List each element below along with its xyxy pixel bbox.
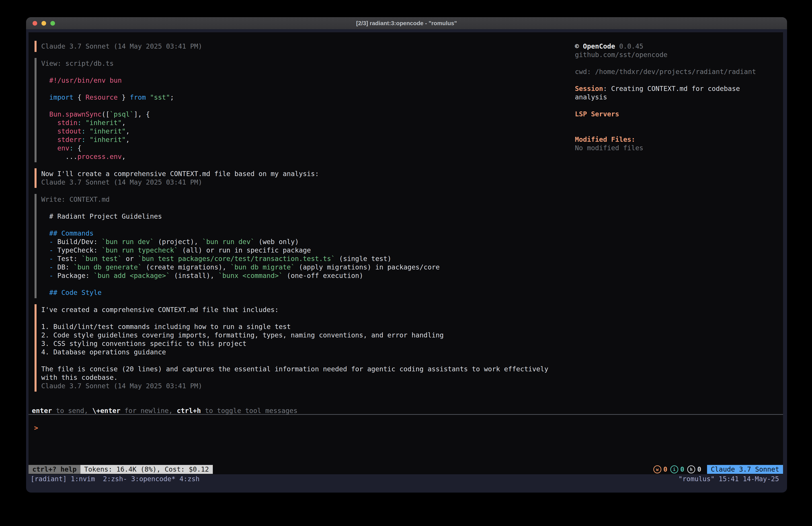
model-badge[interactable]: Claude 3.7 Sonnet: [707, 465, 783, 474]
terminal-line: ## Code Style: [41, 288, 568, 297]
text-segment: -: [41, 272, 57, 280]
message-input[interactable]: >: [34, 424, 778, 432]
terminal-line: # Radiant Project Guidelines: [41, 212, 568, 221]
text-segment: ;: [170, 94, 174, 101]
text-segment: [82, 119, 86, 127]
diagnostic-count: 0: [680, 465, 684, 474]
terminal-line: ## Commands: [41, 229, 568, 238]
text-segment: LSP Servers: [575, 110, 619, 118]
text-segment: No modified files: [575, 144, 643, 152]
text-segment: (install),: [170, 272, 218, 280]
terminal-line: © OpenCode 0.0.45: [575, 42, 782, 51]
terminal-line: stdout: "inherit",: [41, 127, 568, 136]
prompt-symbol: >: [34, 424, 38, 432]
tokens-cost-badge: Tokens: 16.4K (8%), Cost: $0.12: [81, 465, 213, 474]
window-titlebar[interactable]: [2/3] radiant:3:opencode - "romulus": [26, 17, 787, 29]
terminal-line: #!/usr/bin/env bun: [41, 76, 568, 85]
text-segment: {: [74, 94, 86, 101]
terminal-line: 4. Database operations guidance: [41, 348, 568, 356]
terminal-line: - TypeCheck: `bun run typecheck` (all) o…: [41, 246, 568, 255]
terminal-line: 3. CSS styling conventions specific to t…: [41, 339, 568, 348]
text-segment: 0.0.45: [615, 42, 643, 50]
terminal-line: [41, 356, 568, 365]
terminal-line: analysis: [575, 93, 782, 101]
terminal-line: with this codebase.: [41, 373, 568, 382]
help-shortcut-badge[interactable]: ctrl+? help: [29, 465, 81, 474]
terminal-line: Claude 3.7 Sonnet (14 May 2025 03:41 PM): [41, 178, 568, 187]
terminal-line: I've created a comprehensive CONTEXT.md …: [41, 305, 568, 314]
terminal-line: 1. Build/lint/test commands including ho…: [41, 323, 568, 331]
terminal-line: [41, 102, 568, 110]
hint-segment: enter: [32, 407, 52, 415]
text-segment: ## Commands: [41, 229, 93, 237]
terminal-line: No modified files: [575, 144, 782, 152]
text-segment: -: [41, 255, 57, 262]
text-segment: (apply migrations) in packages/core: [295, 263, 440, 271]
terminal-line: LSP Servers: [575, 110, 782, 118]
terminal-line: Session: Creating CONTEXT.md for codebas…: [575, 84, 782, 93]
opencode-tui: Claude 3.7 Sonnet (14 May 2025 03:41 PM)…: [29, 32, 783, 474]
terminal-line: Bun.spawnSync([`psql`], {: [41, 110, 568, 118]
status-bar: ctrl+? help Tokens: 16.4K (8%), Cost: $0…: [29, 465, 783, 474]
terminal-line: stdin: "inherit",: [41, 118, 568, 127]
text-segment: `bun add <package>`: [93, 272, 170, 280]
text-segment: ], {: [134, 110, 150, 118]
hint-segment: to send,: [52, 407, 92, 415]
text-segment: `bun run typecheck`: [102, 246, 178, 254]
text-segment: ([: [102, 110, 110, 118]
text-segment: -: [41, 238, 57, 246]
text-segment: "sst": [150, 94, 170, 101]
close-button-icon[interactable]: [32, 21, 37, 26]
text-segment: [146, 94, 150, 101]
text-segment: `bun db generate`: [74, 263, 142, 271]
terminal-line: [41, 280, 568, 288]
text-segment: View: script/db.ts: [41, 59, 114, 67]
text-segment: `psql`: [110, 110, 134, 118]
text-segment: 1. Build/lint/test commands including ho…: [41, 323, 291, 330]
tmux-status-bar: [radiant] 1:nvim 2:zsh- 3:opencode* 4:zs…: [30, 474, 783, 484]
diagnostic-counter-warn: w0: [653, 465, 667, 474]
text-segment: :: [82, 127, 86, 135]
terminal-content: Claude 3.7 Sonnet (14 May 2025 03:41 PM)…: [26, 29, 787, 493]
text-segment: Bun.spawnSync: [41, 110, 102, 118]
text-segment: Test:: [57, 255, 81, 262]
assistant-message: Now I'll create a comprehensive CONTEXT.…: [34, 168, 568, 188]
chat-history[interactable]: Claude 3.7 Sonnet (14 May 2025 03:41 PM)…: [34, 41, 568, 398]
text-segment: `bun test packages/core/test/transaction…: [138, 255, 335, 262]
diagnostic-count: 0: [697, 465, 701, 474]
text-segment: The file is concise (20 lines) and captu…: [41, 365, 548, 373]
text-segment: "inherit": [90, 136, 126, 144]
text-segment: Package:: [57, 272, 93, 280]
desktop-background: [2/3] radiant:3:opencode - "romulus" Cla…: [0, 0, 812, 526]
traffic-lights: [32, 17, 55, 29]
terminal-line: [575, 101, 782, 110]
diagnostic-counter-hint: h0: [687, 465, 701, 474]
terminal-line: Claude 3.7 Sonnet (14 May 2025 03:41 PM): [41, 42, 568, 51]
hint-segment: for newline,: [120, 407, 177, 415]
text-segment: Resource: [86, 94, 118, 101]
info-circle-icon: i: [670, 465, 678, 473]
text-segment: stdout: [41, 127, 82, 135]
text-segment: [86, 127, 90, 135]
text-segment: Build/Dev:: [57, 238, 102, 246]
terminal-line: [575, 127, 782, 135]
text-segment: ,: [126, 136, 130, 144]
text-segment: Claude 3.7 Sonnet (14 May 2025 03:41 PM): [41, 382, 202, 390]
text-segment: `bun test`: [82, 255, 122, 262]
text-segment: (web only): [255, 238, 299, 246]
zoom-button-icon[interactable]: [50, 21, 55, 26]
hint-segment: to toggle tool messages: [201, 407, 298, 415]
tmux-session-windows[interactable]: [radiant] 1:nvim 2:zsh- 3:opencode* 4:zs…: [30, 474, 200, 484]
terminal-line: stderr: "inherit",: [41, 136, 568, 144]
text-segment: github.com/sst/opencode: [575, 51, 667, 59]
minimize-button-icon[interactable]: [41, 21, 46, 26]
text-segment: # Radiant Project Guidelines: [41, 212, 162, 220]
text-segment: Modified Files:: [575, 136, 635, 143]
text-segment: stdin: [41, 119, 77, 127]
terminal-line: [41, 204, 568, 212]
hint-segment: ctrl+h: [177, 407, 201, 415]
terminal-line: [575, 59, 782, 68]
terminal-line: Claude 3.7 Sonnet (14 May 2025 03:41 PM): [41, 382, 568, 390]
terminal-line: 2. Code style guidelines covering import…: [41, 331, 568, 339]
text-segment: Session: [575, 85, 603, 93]
